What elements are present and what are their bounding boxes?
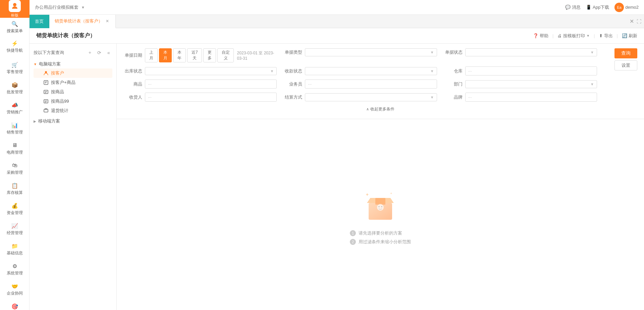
date-btn-last-7-days[interactable]: 近7天 — [187, 48, 202, 62]
sidebar-item-retail[interactable]: 🛒 零售管理 — [0, 58, 30, 78]
department-select[interactable]: ▼ — [465, 80, 597, 88]
settings-button[interactable]: 设置 — [614, 60, 637, 70]
divider-3: | — [617, 33, 618, 38]
by-goods-icon — [43, 89, 49, 95]
logo[interactable]: 标版 — [0, 0, 30, 18]
date-btn-more[interactable]: 更多 — [203, 48, 216, 62]
date-btn-last-month[interactable]: 上月 — [145, 48, 158, 62]
close-window-icon[interactable]: ✕ — [630, 18, 634, 24]
empty-hint-2: 2 用过滤条件来缩小分析范围 — [350, 239, 411, 245]
goods-select[interactable]: ··· — [145, 80, 277, 89]
sidebar-item-basic[interactable]: 📁 基础信息 — [0, 239, 30, 259]
marketing-icon: 📣 — [11, 102, 18, 108]
inner-layout: 按以下方案查询 ＋ ⟳ « ▼ 电脑端方案 — [30, 44, 644, 310]
scheme-item-return-stats[interactable]: 退货统计 — [34, 106, 112, 115]
sidebar-item-ecommerce[interactable]: 🖥 电商管理 — [0, 139, 30, 159]
sidebar-item-operations[interactable]: 📈 经营管理 — [0, 219, 30, 239]
quick-nav-icon: ⚡ — [11, 40, 18, 47]
filter-row-3: 商品 ··· 业务员 ··· — [123, 80, 637, 89]
tab-close-icon[interactable]: ✕ — [105, 18, 110, 24]
recipient-select[interactable]: ··· — [145, 93, 277, 102]
main-area: 办公用品行业模拟账套 ▼ 💬 消息 📱 App下载 Ea demo2 首页 — [30, 0, 644, 310]
divider-1: | — [552, 33, 553, 38]
right-content: 单据日期 上月 本月 本年 近7天 更多 自定义 2023-03-01 至 20… — [117, 44, 644, 310]
sidebar-item-newbie[interactable]: 🎯 新手引导 — [0, 300, 30, 310]
brand-select[interactable]: ··· — [465, 93, 597, 102]
refresh-scheme-button[interactable]: ⟳ — [96, 49, 103, 56]
scheme-category-mobile-header[interactable]: ▶ 移动端方案 — [34, 117, 112, 125]
sidebar-item-quick-nav[interactable]: ⚡ 快捷导航 — [0, 37, 30, 57]
sidebar-item-enterprise[interactable]: 🤝 企业协同 — [0, 279, 30, 300]
filter-delivery-item: 出库状态 ▼ — [123, 67, 277, 75]
tab-home-label: 首页 — [35, 18, 44, 24]
filter-settlement-item: 结算方式 ▼ — [283, 93, 437, 101]
scheme-item-by-customer-goods[interactable]: 按客户+商品 — [34, 78, 112, 87]
filter-salesperson-item: 业务员 ··· — [283, 80, 437, 89]
maximize-icon[interactable]: ⛶ — [637, 19, 641, 24]
message-label: 消息 — [572, 4, 581, 10]
warehouse-select[interactable]: ··· — [465, 66, 597, 75]
user-profile[interactable]: Ea demo2 — [614, 3, 639, 12]
scheme-item-by-goods[interactable]: 按商品 — [34, 87, 112, 97]
date-btn-this-year[interactable]: 本年 — [173, 48, 186, 62]
sidebar-item-search[interactable]: 🔍 搜索菜单 — [0, 18, 30, 37]
app-download-button[interactable]: 📱 App下载 — [586, 4, 609, 10]
sidebar-item-finance-label: 资金管理 — [7, 210, 23, 216]
tab-bar: 首页 销货单统计表（按客户） ✕ ✕ ⛶ — [30, 15, 644, 28]
export-button[interactable]: ⬆ 导出 — [599, 33, 613, 39]
finance-icon: 💰 — [11, 202, 18, 209]
sidebar-item-wholesale-label: 批发管理 — [7, 89, 23, 95]
divider-2: | — [594, 33, 595, 38]
sidebar-item-search-label: 搜索菜单 — [7, 28, 23, 34]
panel-header-actions: ＋ ⟳ « — [86, 49, 112, 56]
filter-brand-item: 品牌 ··· — [444, 93, 597, 102]
bill-type-select[interactable]: ▼ — [305, 48, 437, 56]
payment-status-label: 收款状态 — [283, 68, 302, 74]
template-print-label: 按模板打印 — [563, 33, 585, 39]
export-icon: ⬆ — [599, 33, 603, 38]
svg-point-16 — [378, 206, 380, 207]
scheme-category-desktop-header[interactable]: ▼ 电脑端方案 — [34, 60, 112, 68]
add-scheme-button[interactable]: ＋ — [86, 49, 94, 56]
scheme-item-by-goods-99[interactable]: 按商品99 — [34, 97, 112, 106]
mobile-arrow-icon: ▶ — [34, 119, 36, 123]
return-stats-icon — [43, 108, 49, 114]
date-btn-this-month[interactable]: 本月 — [159, 48, 172, 62]
sidebar-item-sales[interactable]: 📊 销售管理 — [0, 118, 30, 139]
settlement-label: 结算方式 — [283, 94, 302, 100]
filter-row-2: 出库状态 ▼ 收款状态 ▼ — [123, 66, 637, 75]
message-button[interactable]: 💬 消息 — [565, 4, 581, 10]
collapse-bar[interactable]: ∧ 收起更多条件 — [123, 104, 637, 114]
settlement-chevron-icon: ▼ — [430, 95, 434, 99]
date-btn-custom[interactable]: 自定义 — [217, 48, 233, 62]
scheme-item-by-customer[interactable]: 按客户 — [34, 68, 112, 78]
template-print-button[interactable]: 🖨 按模板打印 ▼ — [557, 33, 590, 39]
sidebar-item-marketing[interactable]: 📣 营销推广 — [0, 98, 30, 118]
sidebar-item-system[interactable]: ⚙ 系统管理 — [0, 259, 30, 279]
payment-status-select[interactable]: ▼ — [305, 67, 437, 75]
refresh-button[interactable]: 🔄 刷新 — [622, 33, 637, 39]
sidebar-item-wholesale[interactable]: 📦 批发管理 — [0, 78, 30, 98]
settlement-select[interactable]: ▼ — [305, 93, 437, 101]
sidebar-item-purchase[interactable]: 🛍 采购管理 — [0, 159, 30, 179]
salesperson-select[interactable]: ··· — [305, 80, 437, 89]
tab-sales-stats[interactable]: 销货单统计表（按客户） ✕ — [49, 15, 116, 28]
sidebar-item-finance[interactable]: 💰 资金管理 — [0, 199, 30, 219]
filter-area: 单据日期 上月 本月 本年 近7天 更多 自定义 2023-03-01 至 20… — [117, 44, 644, 119]
query-button[interactable]: 查询 — [614, 48, 637, 58]
delivery-status-select[interactable]: ▼ — [145, 67, 277, 75]
department-label: 部门 — [444, 81, 463, 87]
sidebar-item-inventory[interactable]: 📋 库存核算 — [0, 179, 30, 199]
username: demo2 — [625, 5, 639, 10]
filter-bill-status-item: 单据状态 ▼ — [444, 48, 597, 56]
app-download-label: App下载 — [593, 4, 609, 10]
search-icon: 🔍 — [11, 20, 18, 27]
wholesale-icon: 📦 — [11, 82, 18, 88]
bill-status-select[interactable]: ▼ — [465, 48, 597, 56]
goods-label: 商品 — [123, 81, 142, 87]
tab-home[interactable]: 首页 — [30, 15, 49, 28]
help-button[interactable]: ❓ 帮助 — [533, 33, 548, 39]
recipient-dots: ··· — [148, 95, 152, 100]
svg-point-17 — [381, 206, 382, 207]
collapse-panel-button[interactable]: « — [105, 49, 112, 56]
